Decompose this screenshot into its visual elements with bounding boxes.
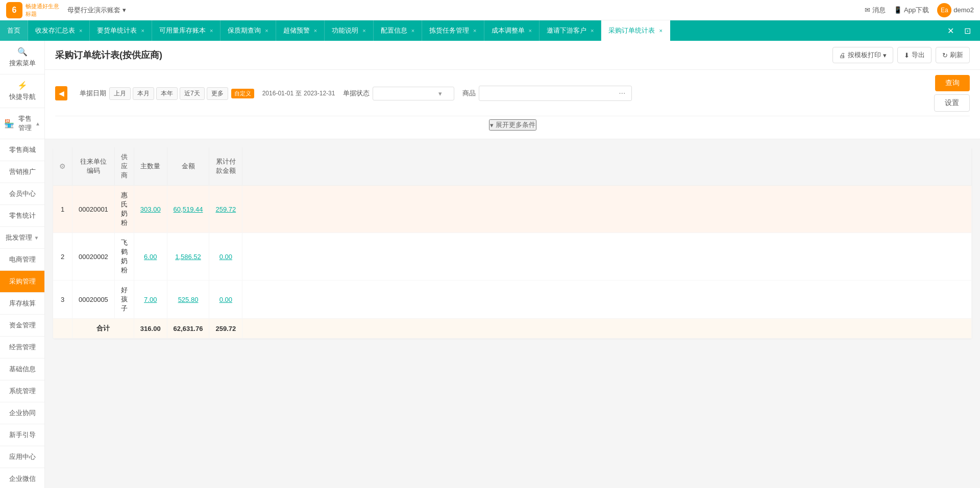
sidebar-item-retail-mall[interactable]: 零售商城 bbox=[0, 139, 44, 161]
export-btn[interactable]: ⬇ 导出 bbox=[897, 47, 932, 63]
date-btn-more[interactable]: 更多 bbox=[207, 87, 228, 100]
tab-order-stats[interactable]: 要货单统计表 × bbox=[90, 20, 152, 41]
date-label: 单据日期 bbox=[80, 89, 106, 98]
sidebar-item-operations[interactable]: 经营管理 bbox=[0, 337, 44, 358]
goods-dots-btn[interactable]: ··· bbox=[617, 89, 627, 98]
sidebar-item-member[interactable]: 会员中心 bbox=[0, 183, 44, 205]
date-btn-7days[interactable]: 近7天 bbox=[180, 87, 205, 100]
print-icon: 🖨 bbox=[839, 52, 846, 59]
tab-config[interactable]: 配置信息 × bbox=[374, 20, 422, 41]
settings-icon[interactable]: ⚙ bbox=[59, 162, 66, 170]
td-qty[interactable]: 303.00 bbox=[134, 186, 167, 233]
tab-label: 拣货任务管理 bbox=[429, 26, 469, 35]
sidebar-item-fund[interactable]: 资金管理 bbox=[0, 315, 44, 337]
chevron-down-icon: ▼ bbox=[34, 235, 39, 241]
date-range: 2016-01-01 至 2023-12-31 bbox=[262, 89, 335, 98]
chevron-down-icon: ▾ bbox=[490, 121, 494, 129]
tab-close-icon[interactable]: × bbox=[591, 28, 594, 34]
status-label: 单据状态 bbox=[343, 89, 370, 98]
tab-close-icon[interactable]: × bbox=[473, 28, 476, 34]
app-download-btn[interactable]: 📱 App下载 bbox=[894, 6, 929, 15]
td-code: 00020001 bbox=[72, 186, 115, 233]
sidebar-item-system[interactable]: 系统管理 bbox=[0, 380, 44, 402]
user-area[interactable]: Ea demo2 bbox=[937, 3, 974, 17]
td-no: 1 bbox=[53, 186, 72, 233]
sidebar-label: 会员中心 bbox=[9, 189, 36, 198]
industry-select[interactable]: 母婴行业演示账套 ▾ bbox=[63, 4, 130, 17]
td-qty[interactable]: 7.00 bbox=[134, 280, 167, 319]
tab-close-icon[interactable]: × bbox=[362, 28, 365, 34]
td-paid[interactable]: 0.00 bbox=[209, 233, 242, 280]
tab-close-icon[interactable]: × bbox=[265, 28, 268, 34]
tab-invite-customer[interactable]: 邀请下游客户 × bbox=[540, 20, 601, 41]
tab-receive-summary[interactable]: 收发存汇总表 × bbox=[28, 20, 90, 41]
tab-label: 邀请下游客户 bbox=[547, 26, 586, 35]
sidebar-item-stock-accounting[interactable]: 库存核算 bbox=[0, 293, 44, 315]
status-select[interactable]: ▾ bbox=[373, 87, 454, 100]
user-name: demo2 bbox=[953, 6, 974, 14]
logo-app-name: 畅捷通好生意 bbox=[26, 3, 59, 10]
filter-toggle-btn[interactable]: ◀ bbox=[55, 86, 67, 100]
tab-close-icon[interactable]: × bbox=[411, 28, 414, 34]
tab-close-icon[interactable]: × bbox=[210, 28, 213, 34]
sidebar-item-app-center[interactable]: 应用中心 bbox=[0, 446, 44, 468]
date-btn-last-month[interactable]: 上月 bbox=[109, 87, 131, 100]
tab-label: 收发存汇总表 bbox=[35, 26, 75, 35]
sidebar-label: 营销推广 bbox=[9, 167, 36, 176]
sidebar-item-basic-info[interactable]: 基础信息 bbox=[0, 358, 44, 380]
th-supplier: 供应商 bbox=[114, 147, 134, 186]
td-qty[interactable]: 6.00 bbox=[134, 233, 167, 280]
tab-close-icon[interactable]: × bbox=[314, 28, 317, 34]
tab-purchase-order-stats[interactable]: 采购订单统计表 × bbox=[601, 20, 670, 41]
sidebar-item-enterprise-collab[interactable]: 企业协同 bbox=[0, 402, 44, 424]
tab-overstock-warning[interactable]: 超储预警 × bbox=[276, 20, 325, 41]
tab-home[interactable]: 首页 bbox=[0, 20, 28, 41]
td-paid[interactable]: 259.72 bbox=[209, 186, 242, 233]
tab-close-icon[interactable]: × bbox=[659, 28, 662, 34]
tab-label: 配置信息 bbox=[381, 26, 407, 35]
refresh-btn[interactable]: ↻ 刷新 bbox=[936, 47, 970, 63]
tab-shelf-life[interactable]: 保质期查询 × bbox=[220, 20, 276, 41]
th-qty: 主数量 bbox=[134, 147, 167, 186]
content-area: 采购订单统计表(按供应商) 🖨 按模板打印 ▾ ⬇ 导出 ↻ 刷新 bbox=[45, 41, 980, 488]
sidebar-label: 基础信息 bbox=[9, 365, 36, 374]
table-row: 2 00020002 飞鹤奶粉 6.00 1,586.52 0.00 bbox=[53, 233, 972, 280]
td-amount[interactable]: 1,586.52 bbox=[167, 233, 209, 280]
sidebar-item-retail-mgmt[interactable]: 🏪 零售管理 ▲ bbox=[0, 108, 44, 139]
td-amount[interactable]: 525.80 bbox=[167, 280, 209, 319]
sidebar-label: 新手引导 bbox=[9, 430, 36, 440]
sidebar-item-newbie[interactable]: 新手引导 bbox=[0, 424, 44, 446]
tab-close-icon[interactable]: × bbox=[79, 28, 82, 34]
sidebar-item-retail-stats[interactable]: 零售统计 bbox=[0, 205, 44, 227]
tab-close-icon[interactable]: × bbox=[141, 28, 144, 34]
date-btn-this-year[interactable]: 本年 bbox=[156, 87, 178, 100]
close-tab-btn[interactable]: ✕ bbox=[944, 25, 957, 37]
tab-cost-adjust[interactable]: 成本调整单 × bbox=[484, 20, 540, 41]
maximize-btn[interactable]: ⊡ bbox=[961, 25, 974, 37]
expand-btn[interactable]: ▾ 展开更多条件 bbox=[489, 119, 536, 131]
query-btn[interactable]: 查询 bbox=[935, 75, 970, 91]
td-empty bbox=[242, 186, 972, 233]
sidebar-item-purchase[interactable]: 采购管理 bbox=[0, 271, 44, 293]
sidebar-item-wholesale[interactable]: 批发管理 ▼ bbox=[0, 227, 44, 249]
sidebar-item-ecommerce[interactable]: 电商管理 bbox=[0, 249, 44, 271]
td-empty bbox=[242, 280, 972, 319]
tab-function-desc[interactable]: 功能说明 × bbox=[325, 20, 373, 41]
message-btn[interactable]: ✉ 消息 bbox=[865, 6, 886, 15]
setting-btn[interactable]: 设置 bbox=[934, 94, 970, 112]
chevron-down-icon: ▾ bbox=[122, 6, 126, 14]
date-btn-this-month[interactable]: 本月 bbox=[133, 87, 154, 100]
sidebar-item-marketing[interactable]: 营销推广 bbox=[0, 161, 44, 183]
sidebar-item-wechat[interactable]: 企业微信 bbox=[0, 468, 44, 488]
sidebar-item-shortcuts[interactable]: ⚡ 快捷导航 bbox=[0, 74, 44, 108]
sidebar-label: 经营管理 bbox=[9, 343, 36, 352]
print-btn[interactable]: 🖨 按模板打印 ▾ bbox=[832, 47, 893, 63]
tab-picking-task[interactable]: 拣货任务管理 × bbox=[422, 20, 484, 41]
goods-input[interactable]: ··· bbox=[479, 86, 632, 101]
td-amount[interactable]: 60,519.44 bbox=[167, 186, 209, 233]
tab-close-icon[interactable]: × bbox=[529, 28, 532, 34]
tab-available-stock[interactable]: 可用量库存账本 × bbox=[152, 20, 220, 41]
sidebar-item-search[interactable]: 🔍 搜索菜单 bbox=[0, 41, 44, 74]
td-paid[interactable]: 0.00 bbox=[209, 280, 242, 319]
footer-row: 合计 316.00 62,631.76 259.72 bbox=[53, 319, 972, 339]
